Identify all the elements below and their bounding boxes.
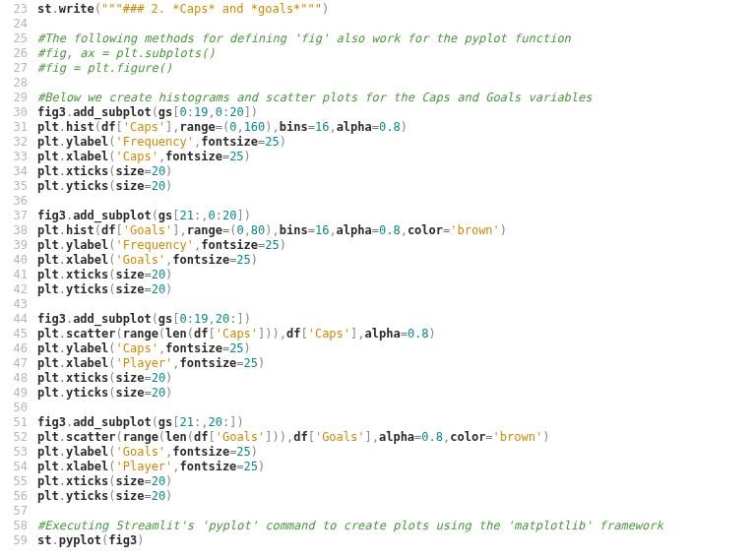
line-content[interactable]: plt.ylabel('Goals',fontsize=25) xyxy=(37,445,756,460)
name-token: ylabel xyxy=(66,238,108,252)
num-token: 0 xyxy=(216,105,222,119)
code-line[interactable]: 27#fig = plt.figure() xyxy=(0,61,756,76)
num-token: 0 xyxy=(180,105,187,119)
code-line[interactable]: 52plt.scatter(range(len(df['Goals'])),df… xyxy=(0,430,756,445)
dot-token: . xyxy=(59,445,66,459)
line-content[interactable]: #fig = plt.figure() xyxy=(37,61,756,76)
code-line[interactable]: 46plt.ylabel('Caps',fontsize=25) xyxy=(0,341,756,356)
line-content[interactable]: fig3.add_subplot(gs[0:19,20:]) xyxy=(37,312,756,327)
line-content[interactable]: #Executing Streamlit's 'pyplot' command … xyxy=(37,519,756,533)
code-line[interactable]: 40plt.xlabel('Goals',fontsize=25) xyxy=(0,253,756,268)
code-line[interactable]: 29#Below we create histograms and scatte… xyxy=(0,91,756,105)
line-content[interactable] xyxy=(37,17,756,31)
line-content[interactable]: fig3.add_subplot(gs[21:,0:20]) xyxy=(37,209,756,223)
line-content[interactable]: plt.ylabel('Frequency',fontsize=25) xyxy=(37,238,756,253)
line-content[interactable]: st.write("""### 2. *Caps* and *goals*"""… xyxy=(37,2,756,17)
punc-token: [ xyxy=(172,105,179,119)
code-line[interactable]: 53plt.ylabel('Goals',fontsize=25) xyxy=(0,445,756,460)
line-content[interactable]: plt.xlabel('Goals',fontsize=25) xyxy=(37,253,756,268)
line-content[interactable] xyxy=(37,297,756,312)
name-token: fig3 xyxy=(37,312,66,326)
punc-token: ( xyxy=(108,371,115,385)
code-line[interactable]: 51fig3.add_subplot(gs[21:,20:]) xyxy=(0,415,756,430)
num-token: 20 xyxy=(152,474,165,488)
line-content[interactable]: st.pyplot(fig3) xyxy=(37,533,756,548)
punc-token: ( xyxy=(152,415,158,429)
num-token: 16 xyxy=(315,223,329,237)
line-content[interactable] xyxy=(37,76,756,91)
code-line[interactable]: 26#fig, ax = plt.subplots() xyxy=(0,46,756,61)
punc-token: , xyxy=(372,430,379,444)
code-line[interactable]: 28 xyxy=(0,76,756,91)
dot-token: . xyxy=(59,223,66,237)
code-line[interactable]: 56plt.yticks(size=20) xyxy=(0,489,756,504)
num-token: 25 xyxy=(244,356,258,370)
num-token: 0 xyxy=(208,209,215,222)
line-content[interactable] xyxy=(37,194,756,209)
line-content[interactable]: plt.xticks(size=20) xyxy=(37,268,756,282)
num-token: 0.8 xyxy=(408,327,429,341)
code-line[interactable]: 47plt.xlabel('Player',fontsize=25) xyxy=(0,356,756,371)
code-line[interactable]: 33plt.xlabel('Caps',fontsize=25) xyxy=(0,150,756,164)
line-content[interactable] xyxy=(37,504,756,519)
line-content[interactable]: plt.xticks(size=20) xyxy=(37,371,756,386)
code-line[interactable]: 37fig3.add_subplot(gs[21:,0:20]) xyxy=(0,209,756,223)
line-content[interactable] xyxy=(37,401,756,415)
line-content[interactable]: plt.xlabel('Caps',fontsize=25) xyxy=(37,150,756,164)
code-line[interactable]: 49plt.yticks(size=20) xyxy=(0,386,756,401)
line-content[interactable]: plt.yticks(size=20) xyxy=(37,282,756,297)
line-content[interactable]: #fig, ax = plt.subplots() xyxy=(37,46,756,61)
line-content[interactable]: plt.ylabel('Frequency',fontsize=25) xyxy=(37,135,756,150)
line-content[interactable]: fig3.add_subplot(gs[21:,20:]) xyxy=(37,415,756,430)
str-token: 'Goals' xyxy=(216,430,266,444)
line-content[interactable]: #Below we create histograms and scatter … xyxy=(37,91,756,105)
code-line[interactable]: 35plt.yticks(size=20) xyxy=(0,179,756,194)
code-line[interactable]: 23st.write("""### 2. *Caps* and *goals*"… xyxy=(0,2,756,17)
code-line[interactable]: 36 xyxy=(0,194,756,209)
code-line[interactable]: 25#The following methods for defining 'f… xyxy=(0,31,756,46)
code-line[interactable]: 41plt.xticks(size=20) xyxy=(0,268,756,282)
name-token: df xyxy=(194,327,208,341)
code-line[interactable]: 57 xyxy=(0,504,756,519)
code-line[interactable]: 24 xyxy=(0,17,756,31)
code-line[interactable]: 54plt.xlabel('Player',fontsize=25) xyxy=(0,460,756,474)
name-token: ylabel xyxy=(66,445,108,459)
code-line[interactable]: 44fig3.add_subplot(gs[0:19,20:]) xyxy=(0,312,756,327)
line-content[interactable]: plt.yticks(size=20) xyxy=(37,386,756,401)
code-line[interactable]: 48plt.xticks(size=20) xyxy=(0,371,756,386)
code-line[interactable]: 42plt.yticks(size=20) xyxy=(0,282,756,297)
code-line[interactable]: 30fig3.add_subplot(gs[0:19,0:20]) xyxy=(0,105,756,120)
code-line[interactable]: 45plt.scatter(range(len(df['Caps'])),df[… xyxy=(0,327,756,341)
line-content[interactable]: plt.xticks(size=20) xyxy=(37,164,756,179)
code-line[interactable]: 38plt.hist(df['Goals'],range=(0,80),bins… xyxy=(0,223,756,238)
code-line[interactable]: 55plt.xticks(size=20) xyxy=(0,474,756,489)
line-content[interactable]: plt.xlabel('Player',fontsize=25) xyxy=(37,356,756,371)
code-line[interactable]: 32plt.ylabel('Frequency',fontsize=25) xyxy=(0,135,756,150)
line-content[interactable]: #The following methods for defining 'fig… xyxy=(37,31,756,46)
code-line[interactable]: 39plt.ylabel('Frequency',fontsize=25) xyxy=(0,238,756,253)
line-content[interactable]: plt.hist(df['Caps'],range=(0,160),bins=1… xyxy=(37,120,756,135)
dot-token: . xyxy=(59,150,66,163)
line-content[interactable]: plt.yticks(size=20) xyxy=(37,489,756,504)
code-line[interactable]: 59st.pyplot(fig3) xyxy=(0,533,756,548)
punc-token: ) xyxy=(165,164,172,178)
line-content[interactable]: plt.yticks(size=20) xyxy=(37,179,756,194)
line-content[interactable]: plt.hist(df['Goals'],range=(0,80),bins=1… xyxy=(37,223,756,238)
line-number: 27 xyxy=(0,61,37,76)
str-token: 'Caps' xyxy=(308,327,350,341)
line-content[interactable]: plt.ylabel('Caps',fontsize=25) xyxy=(37,341,756,356)
dot-token: . xyxy=(59,282,66,296)
line-content[interactable]: plt.xticks(size=20) xyxy=(37,474,756,489)
line-content[interactable]: plt.scatter(range(len(df['Goals'])),df['… xyxy=(37,430,756,445)
code-line[interactable]: 50 xyxy=(0,401,756,415)
line-content[interactable]: plt.scatter(range(len(df['Caps'])),df['C… xyxy=(37,327,756,341)
line-content[interactable]: fig3.add_subplot(gs[0:19,0:20]) xyxy=(37,105,756,120)
code-line[interactable]: 34plt.xticks(size=20) xyxy=(0,164,756,179)
code-line[interactable]: 58#Executing Streamlit's 'pyplot' comman… xyxy=(0,519,756,533)
line-content[interactable]: plt.xlabel('Player',fontsize=25) xyxy=(37,460,756,474)
code-line[interactable]: 43 xyxy=(0,297,756,312)
code-line[interactable]: 31plt.hist(df['Caps'],range=(0,160),bins… xyxy=(0,120,756,135)
code-editor[interactable]: 23st.write("""### 2. *Caps* and *goals*"… xyxy=(0,0,756,558)
name-token: plt xyxy=(37,164,59,178)
dot-token: . xyxy=(59,135,66,149)
